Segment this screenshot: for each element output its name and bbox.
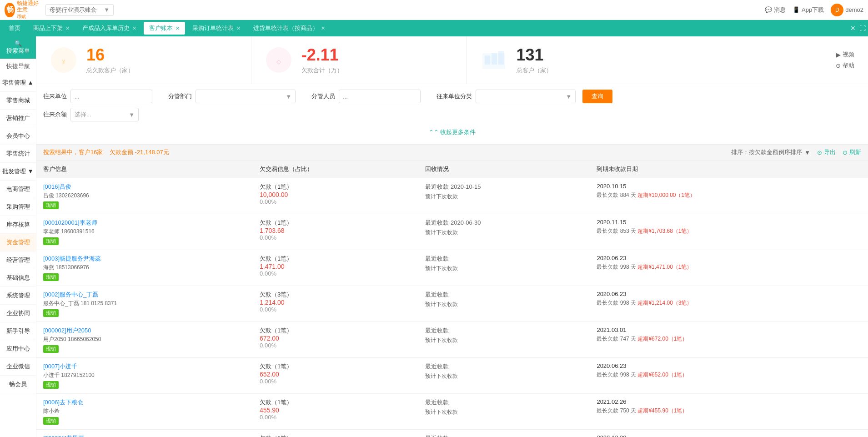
cell-customer-5: [0007]小迸千 小迸千 18279152100 现销 [36,358,253,394]
filter-balance-select[interactable]: 选择... ▼ [70,108,139,121]
search-button[interactable]: 查询 [582,90,612,103]
tab-purchase-order[interactable]: 采购订单统计表 ✕ [187,22,246,35]
customer-name-link-1[interactable]: [0001020001]李老师 [43,219,246,227]
sidebar-item-retail-mgmt[interactable]: 零售管理 ▲ [0,74,36,92]
cell-customer-3: [0002]服务中心_丁磊 服务中心_丁磊 181 0125 8371 现销 [36,286,253,322]
sidebar-item-retail-mall[interactable]: 零售商城 [0,92,36,110]
message-button[interactable]: 💬 消息 [765,6,786,14]
sidebar-item-purchase[interactable]: 采购管理 [0,198,36,216]
close-all-tabs-icon[interactable]: ✕ [850,25,856,32]
sidebar-search-menu[interactable]: 🔍 搜索菜单 [0,36,36,59]
sidebar-item-chang-member[interactable]: 畅会员 [0,376,36,393]
filter-dept-select[interactable]: ▼ [196,90,296,103]
tab-customer-account-label: 客户账本 [149,24,173,32]
filter-item-balance: 往来余额 选择... ▼ [43,108,139,121]
export-label: 导出 [824,148,836,156]
tab-products[interactable]: 商品上下架 ✕ [28,22,75,35]
sidebar-item-finance[interactable]: 资金管理 [0,234,36,251]
customer-tag-4: 现销 [43,345,59,353]
sort-selector[interactable]: 排序：按欠款金额倒序排序 ▼ [731,148,810,156]
collapse-filters-button[interactable]: ⌃⌃ 收起更多条件 [43,126,861,139]
table-row: [000001]黄思源 黄思源 13552700226 现销 欠款（1笔） 42… [36,430,868,437]
tab-production[interactable]: 产成品入库单历史 ✕ [77,22,142,35]
user-menu[interactable]: D demo2 [831,4,863,16]
customer-name-link-4[interactable]: [000002]用户2050 [43,326,246,335]
overdue-amount-link-1[interactable]: 超期¥1,703.68（1笔） [637,228,692,234]
sidebar-item-retail-stats[interactable]: 零售统计 [0,145,36,163]
cell-debt-1: 欠款（1笔） 1,703.68 0.00% [253,214,418,250]
filter-balance-placeholder: 选择... [75,111,91,119]
cell-customer-0: [0016]吕俊 吕俊 13026203696 现销 [36,178,253,214]
sidebar-item-operations[interactable]: 经营管理 [0,251,36,269]
overdue-amount-link-5[interactable]: 超期¥652.00（1笔） [637,372,687,378]
help-button[interactable]: ⊙ 帮助 [836,61,854,70]
overdue-amount-link-4[interactable]: 超期¥672.00（1笔） [637,336,687,342]
tab-customer-account[interactable]: 客户账本 ✕ [144,22,185,35]
overdue-days-2: 最长欠款 998 天 超期¥1,471.00（1笔） [597,263,861,271]
app-download-button[interactable]: 📱 App下载 [793,6,824,14]
overdue-amount-link-2[interactable]: 超期¥1,471.00（1笔） [637,264,692,270]
customer-name-link-7[interactable]: [000001]黄思源 [43,434,246,437]
sidebar-item-system[interactable]: 系统管理 [0,287,36,305]
debt-info-6: 欠款（1笔） [260,398,411,407]
tab-products-close[interactable]: ✕ [65,25,70,31]
logo-icon: 畅 [5,3,15,17]
sidebar-item-basic-info[interactable]: 基础信息 [0,269,36,287]
customer-name-link-0[interactable]: [0016]吕俊 [43,183,246,191]
debt-percent-6: 0.00% [260,414,411,421]
customer-contact-6: 陈小希 [43,407,246,415]
brand-selector[interactable]: 母婴行业演示账套 ▼ [45,4,114,16]
svg-text:◇: ◇ [276,58,281,65]
filter-manager-input[interactable]: ... [339,90,421,103]
tab-customer-account-close[interactable]: ✕ [176,25,180,31]
recent-payment-5: 最近收款 [425,362,583,371]
debt-amount-5: 652.00 [260,371,411,378]
sidebar-item-ecommerce[interactable]: 电商管理 [0,181,36,198]
due-date-0: 2020.10.15 [597,183,861,190]
next-payment-2: 预计下次收款 [425,265,583,272]
col-payment-status: 回收情况 [418,161,590,178]
export-button[interactable]: ⊙ 导出 [817,148,836,156]
customer-name-link-6[interactable]: [0006]去下粮仓 [43,398,246,407]
top-right-actions: 💬 消息 📱 App下载 D demo2 [765,4,863,16]
sidebar-item-new-guide[interactable]: 新手引导 [0,322,36,340]
customer-tag-1: 现销 [43,237,59,245]
debt-info-0: 欠款（1笔） [260,183,411,191]
overdue-amount-link-6[interactable]: 超期¥455.90（1笔） [637,407,687,414]
cell-debt-4: 欠款（1笔） 672.00 0.00% [253,322,418,358]
tab-goods-stats-close[interactable]: ✕ [321,25,325,31]
debt-info-1: 欠款（1笔） [260,219,411,227]
message-label: 消息 [774,6,786,14]
tab-goods-stats[interactable]: 进货单统计表（按商品） ✕ [248,22,331,35]
filter-unit-input[interactable]: ... [70,90,152,103]
sidebar-item-marketing[interactable]: 营销推广 [0,110,36,127]
col-due-date: 到期未收款日期 [590,161,868,178]
sidebar-item-members[interactable]: 会员中心 [0,127,36,145]
brand-dropdown-icon: ▼ [104,6,110,13]
view-video-button[interactable]: ▶ 视频 [836,50,854,59]
svg-rect-5 [485,55,490,65]
tab-production-close[interactable]: ✕ [132,25,136,31]
sidebar-item-app-center[interactable]: 应用中心 [0,340,36,358]
customer-name-link-5[interactable]: [0007]小迸千 [43,362,246,371]
filter-unit-class-select[interactable]: ▼ [476,90,576,103]
cell-debt-6: 欠款（1笔） 455.90 0.00% [253,394,418,430]
next-payment-3: 预计下次收款 [425,301,583,308]
refresh-button[interactable]: ⊙ 刷新 [843,148,861,156]
sidebar-quick-nav[interactable]: 快捷导航 [0,59,36,74]
debt-amount-4: 672.00 [260,335,411,342]
tab-purchase-order-close[interactable]: ✕ [236,25,241,31]
app-download-label: App下载 [802,6,824,14]
sidebar-item-enterprise-collab[interactable]: 企业协同 [0,305,36,322]
table-row: [0006]去下粮仓 陈小希 现销 欠款（1笔） 455.90 0.00% 最近… [36,394,868,430]
tab-home[interactable]: 首页 [3,22,26,35]
maximize-icon[interactable]: ⛶ [859,25,866,32]
customer-name-link-2[interactable]: [0003]畅捷服务尹海蕊 [43,255,246,263]
overdue-amount-link-3[interactable]: 超期¥1,214.00（3笔） [637,300,692,306]
sidebar-item-inventory[interactable]: 库存核算 [0,216,36,234]
stat-card-debt-customers: ¥ 16 总欠款客户（家） [36,36,251,84]
overdue-amount-link-0[interactable]: 超期¥10,000.00（1笔） [637,192,695,198]
sidebar-item-enterprise-wechat[interactable]: 企业微信 [0,358,36,376]
sidebar-item-wholesale-mgmt[interactable]: 批发管理 ▼ [0,163,36,181]
customer-name-link-3[interactable]: [0002]服务中心_丁磊 [43,291,246,299]
